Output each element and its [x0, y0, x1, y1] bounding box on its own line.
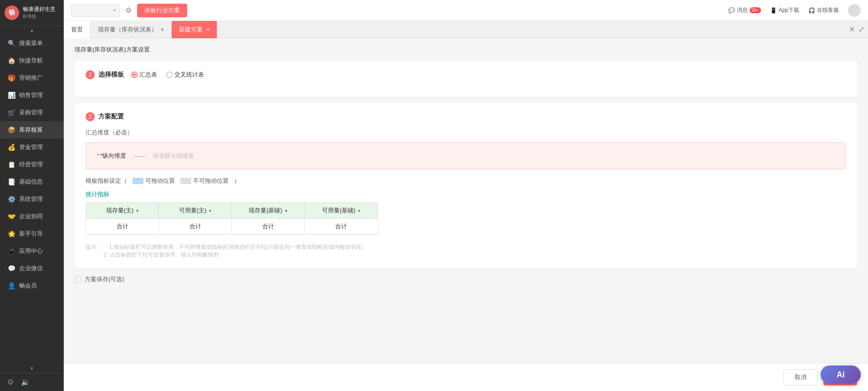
tab-inventory-status[interactable]: 现存量（库存状况表） × [91, 21, 172, 38]
settings-icon[interactable]: ⚙ [125, 6, 132, 15]
sidebar-scroll-down[interactable]: ▼ [0, 364, 64, 373]
tab-new-plan[interactable]: 新建方案 × [172, 21, 217, 38]
indicator-suffix: ） [234, 177, 240, 185]
sidebar-item-purchase[interactable]: 🛒 采购管理 [0, 104, 64, 121]
sidebar-item-app-center[interactable]: 📱 应用中心 [0, 242, 64, 260]
mobile-icon: 📱 [7, 247, 15, 255]
page-content: 现存量(库存状况表)方案设置 1 选择模板 汇总表 交叉统计表 [64, 38, 868, 363]
tab-home[interactable]: 首页 [64, 21, 91, 38]
topbar-search-box[interactable]: ▾ [71, 4, 120, 17]
indicator-prefix: 模板指标设定（ [86, 177, 127, 185]
money-icon: 💰 [7, 143, 15, 151]
col0-chevron-icon: ▾ [136, 208, 138, 213]
message-icon: 💬 [728, 7, 735, 14]
stats-header-current-aux[interactable]: 现存量(基辅) ▾ [232, 203, 305, 218]
close-window-icon[interactable]: ✕ [849, 25, 855, 34]
stats-header-available-main[interactable]: 可用量(主) ▾ [159, 203, 232, 218]
stats-header-row: 现存量(主) ▾ 可用量(主) ▾ 现存量(基辅) ▾ 可用量(基辅) ▾ [86, 203, 378, 218]
col2-chevron-icon: ▾ [285, 208, 287, 213]
stats-table: 现存量(主) ▾ 可用量(主) ▾ 现存量(基辅) ▾ 可用量(基辅) ▾ [86, 202, 378, 235]
non-draggable-indicator: 不可拖动位置 [180, 177, 229, 185]
sidebar-logo: 畅 畅康通好生意 标准版 [0, 0, 64, 26]
logo-text: 畅康通好生意 标准版 [23, 6, 56, 20]
cart-icon: 🛒 [7, 108, 15, 117]
tabbar: 首页 现存量（库存状况表） × 新建方案 × ✕ ⤢ [64, 21, 868, 38]
tab-inventory-close-icon[interactable]: × [161, 26, 164, 33]
step1-card: 1 选择模板 汇总表 交叉统计表 [75, 61, 857, 96]
cancel-button[interactable]: 取消 [783, 369, 818, 386]
avatar[interactable] [848, 4, 861, 17]
ai-bubble[interactable]: Ai [821, 365, 861, 384]
step2-badge: 2 [86, 112, 95, 121]
topbar-right: 💬 消息 99+ 📱 App下载 🎧 在线客服 [728, 4, 861, 17]
sidebar-item-quick-nav[interactable]: 🏠 快捷导航 [0, 52, 64, 69]
step2-title: 方案配置 [98, 113, 124, 121]
app-download-button[interactable]: 📱 App下载 [770, 6, 799, 14]
customer-service-button[interactable]: 🎧 在线客服 [808, 6, 839, 14]
settings-footer-icon[interactable]: ⚙ [7, 378, 14, 386]
sidebar-footer: ⚙ 🔉 [0, 373, 64, 391]
action-bar: 取消 查询 [64, 363, 868, 391]
required-star: **纵向维度 [97, 152, 126, 160]
user-icon: 👤 [7, 282, 15, 290]
sidebar-scroll-up[interactable]: ▲ [0, 26, 64, 35]
sidebar-item-new-guide[interactable]: 🌟 新手引导 [0, 225, 64, 242]
stats-header-current-main[interactable]: 现存量(主) ▾ [86, 203, 159, 218]
chart-icon: 📊 [7, 91, 15, 99]
col3-chevron-icon: ▾ [358, 208, 360, 213]
sidebar-item-member[interactable]: 👤 畅会员 [0, 277, 64, 294]
doc-icon: 📑 [7, 178, 15, 186]
expand-window-icon[interactable]: ⤢ [858, 25, 864, 34]
stats-body-current-main: 合计 [86, 218, 159, 234]
search-input[interactable] [75, 7, 112, 14]
sidebar-nav: 🔍 搜索菜单 🏠 快捷导航 🎁 营销推广 📊 销售管理 🛒 采购管理 📦 库存核… [0, 35, 64, 364]
sidebar-item-search[interactable]: 🔍 搜索菜单 [0, 35, 64, 52]
main-content: ▾ ⚙ 体验行业方案 💬 消息 99+ 📱 App下载 🎧 在线客服 首页 [64, 0, 868, 391]
radio-summary[interactable]: 汇总表 [131, 71, 157, 79]
sidebar-item-sales[interactable]: 📊 销售管理 [0, 87, 64, 104]
topbar: ▾ ⚙ 体验行业方案 💬 消息 99+ 📱 App下载 🎧 在线客服 [64, 0, 868, 21]
dimension-section-label: 汇总维度（必选） [86, 129, 846, 137]
box-icon: 📦 [7, 126, 15, 134]
window-controls: ✕ ⤢ [849, 25, 864, 34]
save-checkbox[interactable] [75, 276, 81, 283]
sidebar-item-inventory[interactable]: 📦 库存核算 [0, 121, 64, 139]
search-chevron-icon: ▾ [113, 8, 116, 13]
star-icon: 🌟 [7, 230, 15, 238]
message-button[interactable]: 💬 消息 99+ [728, 6, 761, 14]
sidebar-item-finance[interactable]: 💰 资金管理 [0, 139, 64, 156]
sidebar-item-operations[interactable]: 📋 经营管理 [0, 156, 64, 173]
sidebar: 畅 畅康通好生意 标准版 ▲ 🔍 搜索菜单 🏠 快捷导航 🎁 营销推广 📊 销售… [0, 0, 64, 391]
stats-body-available-aux: 合计 [305, 218, 378, 234]
chat-icon: 💬 [7, 264, 15, 273]
sidebar-item-basic-info[interactable]: 📑 基础信息 [0, 173, 64, 190]
radio-summary-circle [131, 72, 138, 78]
tips-section: 提示： 1.拖动标题栏可以调整布局，不可跨维度或指标区域拖动栏目字段(只能在同一… [86, 243, 846, 259]
tip-item-1: 1.拖动标题栏可以调整布局，不可跨维度或指标区域拖动栏目字段(只能在同一维度或指… [109, 244, 363, 250]
radio-cross[interactable]: 交叉统计表 [166, 71, 204, 79]
non-draggable-rect [180, 178, 191, 184]
radio-summary-dot [133, 73, 136, 76]
sidebar-item-system[interactable]: ⚙️ 系统管理 [0, 190, 64, 208]
save-label: 方案保存(可选) [85, 275, 124, 283]
draggable-indicator: 可拖动位置 [133, 177, 175, 185]
trial-button[interactable]: 体验行业方案 [137, 4, 187, 17]
save-row: 方案保存(可选) [75, 275, 857, 283]
sidebar-item-marketing[interactable]: 🎁 营销推广 [0, 69, 64, 87]
stats-body-available-main: 合计 [159, 218, 232, 234]
stats-section-title: 统计指标 [86, 190, 846, 199]
step1-title: 选择模板 [98, 71, 124, 79]
tab-new-plan-close-icon[interactable]: × [206, 26, 209, 33]
draggable-rect [133, 178, 143, 184]
template-radio-group: 汇总表 交叉统计表 [131, 71, 204, 79]
sidebar-item-contract[interactable]: 🤝 企业协同 [0, 208, 64, 225]
indicator-row: 模板指标设定（ 可拖动位置 不可拖动位置 ） [86, 177, 846, 185]
sound-footer-icon[interactable]: 🔉 [21, 378, 30, 386]
gift-icon: 🎁 [7, 74, 15, 82]
dimension-pink-area: **纵向维度 —— 请选择分组维度 [86, 142, 846, 170]
step2-card: 2 方案配置 汇总维度（必选） **纵向维度 —— 请选择分组维度 模板指标设定… [75, 103, 857, 268]
stats-header-available-aux[interactable]: 可用量(基辅) ▾ [305, 203, 378, 218]
step2-header: 2 方案配置 [86, 112, 846, 121]
sidebar-item-wechat[interactable]: 💬 企业微信 [0, 260, 64, 277]
step1-header: 1 选择模板 汇总表 交叉统计表 [86, 70, 846, 79]
